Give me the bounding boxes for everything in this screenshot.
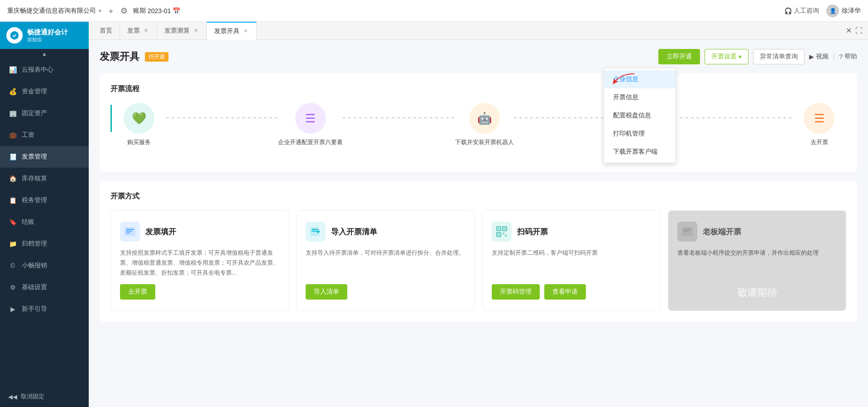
tab-home[interactable]: 首页 (92, 22, 120, 40)
card-1-icon (120, 222, 140, 242)
user-info[interactable]: 👤 徐泽华 (826, 5, 861, 17)
close-icon[interactable]: ✕ (192, 27, 199, 34)
company-selector[interactable]: 重庆畅捷交通信息咨询有限公司 ▾ (7, 7, 101, 15)
archive-icon: 📁 (8, 239, 17, 248)
card-fill-invoice: 发票填开 支持按照发票样式手工填开发票；可开具增值税电子普通发票、增值税普通发票… (110, 210, 289, 311)
tabs-right: ✕ ⛶ (846, 26, 868, 35)
sidebar-item-guide[interactable]: ▶ 新手引导 (0, 298, 89, 320)
fill-invoice-button[interactable]: 去开票 (120, 284, 155, 300)
settings-button[interactable]: ⚙ (120, 6, 128, 16)
card-2-icon (306, 222, 326, 242)
svg-rect-14 (498, 233, 500, 236)
maximize-button[interactable]: ⛶ (855, 27, 863, 35)
top-bar-right: 🎧 人工咨询 👤 徐泽华 (784, 5, 861, 17)
dropdown-item-download[interactable]: 下载开票客户端 (604, 143, 676, 161)
step-1-icon: 💚 (124, 103, 154, 134)
card-2-desc: 支持导入待开票清单，可对待开票清单进行拆分、合并处理。 (306, 248, 465, 278)
guide-icon: ▶ (8, 305, 17, 314)
sidebar-item-expense[interactable]: © 小畅报销 (0, 255, 89, 276)
exception-button[interactable]: 异常清单查询 (753, 49, 805, 64)
help-button[interactable]: ? 帮助 (839, 53, 857, 61)
sidebar-item-label: 库存核算 (22, 174, 47, 183)
flow-panel: 开票流程 💚 购买服务 ☰ 企业开通配置开票六要素 (100, 73, 857, 172)
sidebar-bottom: ◀◀ 取消固定 (0, 386, 89, 407)
dropdown-item-tax-config[interactable]: 配置税盘信息 (604, 107, 676, 125)
cancel-pin-icon: ◀◀ (8, 393, 17, 400)
svg-rect-16 (505, 235, 507, 237)
activate-button[interactable]: 立即开通 (658, 49, 700, 64)
salary-icon: 💼 (8, 131, 17, 140)
settings-label: 开票设置 (711, 53, 737, 61)
page-header: 发票开具 待开通 立即开通 开票设置 ▾ 企业信息 开票信息 配置税盘信息 (100, 49, 857, 64)
sidebar-item-label: 税务管理 (22, 196, 47, 204)
settings-button[interactable]: 开票设置 ▾ (705, 49, 748, 64)
close-tab-button[interactable]: ✕ (846, 26, 852, 35)
close-icon[interactable]: ✕ (143, 27, 149, 34)
methods-cards-grid: 发票填开 支持按照发票样式手工填开发票；可开具增值税电子普通发票、增值税普通发票… (110, 210, 846, 311)
methods-panel: 开票方式 (100, 181, 857, 322)
avatar: 👤 (826, 5, 839, 17)
step-3-label: 下载并安装开票机器人 (455, 138, 514, 146)
money-icon: 💰 (8, 87, 17, 96)
calendar-icon[interactable]: 📅 (173, 7, 180, 15)
overlay-text: 敬请期待 (677, 286, 837, 300)
period-label: 账期 (133, 7, 146, 15)
support-label: 人工咨询 (794, 7, 819, 15)
add-button[interactable]: ＋ (107, 5, 115, 16)
expense-icon: © (8, 261, 17, 270)
step-5-label: 去开票 (810, 138, 828, 146)
close-icon[interactable]: ✕ (242, 28, 249, 34)
sidebar: 畅捷通好会计 旗舰版 ▲ 📊 云报表中心 💰 资金管理 🏢 固定资产 💼 工资 … (0, 22, 89, 407)
inventory-icon: 🏠 (8, 174, 17, 183)
step-1-label: 购买服务 (127, 138, 151, 146)
svg-rect-5 (126, 233, 130, 233)
sidebar-item-label: 结账 (22, 218, 34, 226)
cancel-pin-label: 取消固定 (21, 392, 44, 401)
status-badge: 待开通 (145, 52, 168, 62)
sidebar-item-settle[interactable]: 🔖 结账 (0, 211, 89, 233)
sidebar-item-label: 固定资产 (22, 109, 47, 117)
sidebar-item-label: 工资 (22, 131, 34, 139)
scroll-up-button[interactable]: ▲ (0, 49, 89, 59)
content-area: 首页 发票 ✕ 发票测算 ✕ 发票开具 ✕ ✕ ⛶ 发票开具 (89, 22, 868, 407)
connector-4 (680, 117, 792, 118)
help-label: 帮助 (844, 53, 857, 61)
logo-icon (6, 27, 23, 44)
sidebar-item-label: 归档管理 (22, 240, 47, 248)
card-import-invoice: 导入开票清单 支持导入待开票清单，可对待开票清单进行拆分、合并处理。 导入清单 (296, 210, 475, 311)
video-button[interactable]: ▶ 视频 (809, 53, 829, 61)
view-apply-button[interactable]: 查看申请 (544, 284, 586, 300)
sidebar-item-tax[interactable]: 📋 税务管理 (0, 189, 89, 211)
svg-rect-8 (312, 231, 316, 232)
sidebar-item-assets[interactable]: 🏢 固定资产 (0, 102, 89, 124)
qr-manage-button[interactable]: 开票码管理 (492, 284, 540, 300)
flow-section-title: 开票流程 (110, 84, 846, 94)
tab-issue-label: 发票开具 (214, 27, 240, 35)
sidebar-item-funds[interactable]: 💰 资金管理 (0, 81, 89, 102)
sidebar-item-inventory[interactable]: 🏠 库存核算 (0, 168, 89, 189)
card-4-header: 老板端开票 (677, 222, 837, 242)
sidebar-item-settings[interactable]: ⚙ 基础设置 (0, 276, 89, 298)
support-button[interactable]: 🎧 人工咨询 (784, 7, 819, 15)
dropdown-item-printer[interactable]: 打印机管理 (604, 125, 676, 143)
sidebar-item-salary[interactable]: 💼 工资 (0, 124, 89, 146)
tab-calc[interactable]: 发票测算 ✕ (157, 22, 207, 40)
sidebar-item-archive[interactable]: 📁 归档管理 (0, 233, 89, 255)
sidebar-item-invoice[interactable]: 🧾 发票管理 (0, 146, 89, 168)
cancel-pin-button[interactable]: ◀◀ 取消固定 (0, 386, 89, 407)
card-2-header: 导入开票清单 (306, 222, 465, 242)
flow-step-2: ☰ 企业开通配置开票六要素 (278, 103, 343, 146)
flow-step-3: 🤖 下载并安装开票机器人 (455, 103, 514, 146)
import-list-button[interactable]: 导入清单 (306, 284, 347, 300)
logo-text: 畅捷通好会计 (27, 28, 68, 36)
card-4-desc: 查看老板端小程序提交的开票申请，并作出相应的处理 (677, 248, 837, 271)
tab-invoice[interactable]: 发票 ✕ (120, 22, 157, 40)
sidebar-item-cloud-report[interactable]: 📊 云报表中心 (0, 59, 89, 81)
tab-issue[interactable]: 发票开具 ✕ (207, 22, 257, 40)
company-name: 重庆畅捷交通信息咨询有限公司 (7, 7, 96, 15)
svg-rect-12 (504, 228, 506, 230)
flow-step-5: ☰ 去开票 (792, 103, 846, 146)
sidebar-item-label: 小畅报销 (22, 262, 47, 270)
card-1-desc: 支持按照发票样式手工填开发票；可开具增值税电子普通发票、增值税普通发票、增值税专… (120, 248, 279, 278)
dropdown-item-invoice-info[interactable]: 开票信息 (604, 88, 676, 107)
